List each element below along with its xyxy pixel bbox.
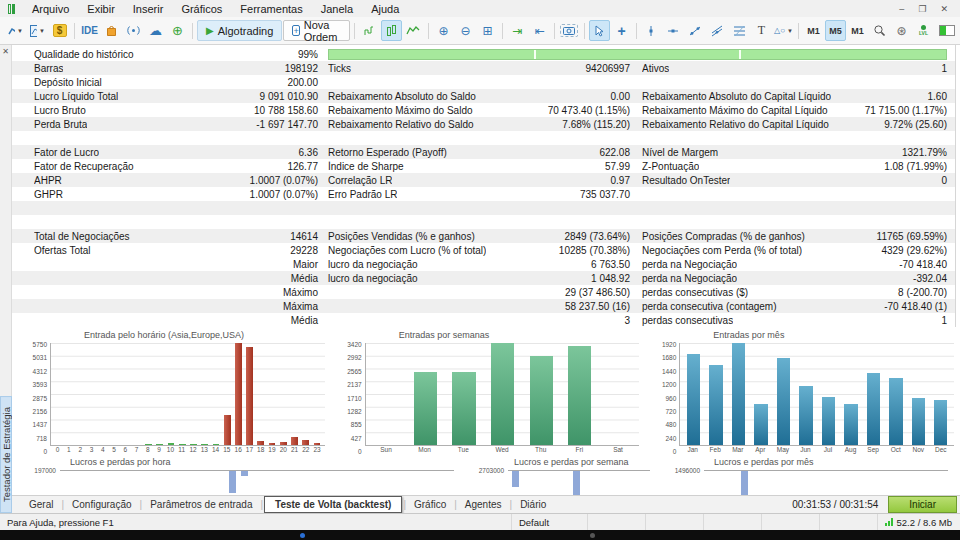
profit-bar: [241, 471, 248, 476]
tick-chart-icon[interactable]: [359, 20, 380, 41]
bar-14: [213, 444, 220, 445]
zoom-out-icon[interactable]: ⊖: [455, 20, 476, 41]
menu-bar: ArquivoExibirInserirGráficosFerramentasJ…: [0, 0, 960, 17]
status-profile[interactable]: Default: [512, 514, 588, 530]
table-row: Qualidade do histórico99%: [12, 47, 955, 61]
menu-gr-ficos[interactable]: Gráficos: [172, 3, 231, 15]
menu-inserir[interactable]: Inserir: [124, 3, 173, 15]
chart-window-icon[interactable]: ▼: [27, 20, 48, 41]
profit-bar: [573, 471, 580, 495]
shapes-tool-icon[interactable]: △○▼: [773, 20, 794, 41]
minimize-button[interactable]: –: [899, 4, 904, 14]
line-chart-icon[interactable]: [403, 20, 424, 41]
menu-janela[interactable]: Janela: [312, 3, 362, 15]
algotrading-button[interactable]: ▶Algotrading: [197, 20, 282, 41]
y-tick-label: 2703000: [466, 467, 508, 492]
table-row: Perda Bruta-1 697 147.70Rebaixamento Rel…: [12, 117, 955, 131]
web-add-icon[interactable]: ⊕: [167, 20, 188, 41]
shift-end-icon[interactable]: ⇥: [507, 20, 528, 41]
restore-button[interactable]: ❐: [918, 4, 926, 14]
close-button[interactable]: ✕: [940, 4, 948, 14]
tab-gr-fico[interactable]: Gráfico: [407, 498, 453, 511]
bar-13: [201, 444, 208, 445]
status-empty-cell: [762, 514, 820, 530]
bar-21: [291, 437, 298, 446]
tab-agentes[interactable]: Agentes: [458, 498, 509, 511]
timeframe-m1b-button[interactable]: M1: [847, 20, 868, 41]
mt5-window: ArquivoExibirInserirGráficosFerramentasJ…: [0, 0, 960, 540]
trendline-tool-icon[interactable]: [685, 20, 706, 41]
taskbar-sliver: [0, 530, 960, 540]
tile-windows-icon[interactable]: ⊞: [477, 20, 498, 41]
text-tool-icon[interactable]: T: [751, 20, 772, 41]
backtest-time: 00:31:53 / 00:31:54: [792, 499, 878, 510]
cursor-icon[interactable]: [589, 20, 610, 41]
panel-close-icon[interactable]: ✕: [2, 47, 9, 56]
history-quality-bar: [328, 49, 947, 60]
status-empty-cell: [646, 514, 704, 530]
bar-dec: [934, 400, 947, 445]
profit-charts-row: Lucros e perdas por hora 197000 Lucros e…: [12, 457, 960, 495]
shift-back-icon[interactable]: ⇤: [529, 20, 550, 41]
new-order-button[interactable]: +Nova Ordem: [283, 20, 350, 41]
tester-tab-bar: Geral|Configuração|Parâmetros de entrada…: [12, 495, 960, 513]
chart-profit-by-weekday: Lucros e perdas por semana 2703000: [466, 457, 662, 495]
table-row: Máxima58 237.50 (16)perda consecutiva (c…: [12, 299, 955, 313]
cloud-icon[interactable]: ☁: [145, 20, 166, 41]
menu-exibir[interactable]: Exibir: [78, 3, 124, 15]
profit-bar: [741, 471, 748, 495]
plus-icon: +: [292, 25, 299, 36]
screenshot-icon[interactable]: [559, 20, 580, 41]
tab-geral[interactable]: Geral: [22, 498, 60, 511]
chart-line-style-icon[interactable]: ▼: [5, 20, 26, 41]
timeframe-m1-button[interactable]: M1: [803, 20, 824, 41]
table-row: Média3perdas consecutivas1: [12, 313, 955, 327]
start-button[interactable]: Iniciar: [888, 496, 957, 513]
menu-arquivo[interactable]: Arquivo: [23, 3, 78, 15]
market-icon[interactable]: [101, 20, 122, 41]
tab-par-metros-de-entrada[interactable]: Parâmetros de entrada: [143, 498, 259, 511]
signals-icon[interactable]: [123, 20, 144, 41]
bar-20: [280, 442, 287, 445]
level-icon[interactable]: LVL: [913, 20, 934, 41]
vertical-line-tool-icon[interactable]: [641, 20, 662, 41]
table-row: [12, 215, 955, 229]
status-help-text: Para Ajuda, pressione F1: [0, 514, 512, 530]
table-row: AHPR1.0007 (0.07%)Correlação LR0.97Resul…: [12, 173, 955, 187]
bar-jan: [687, 354, 700, 445]
metaeditor-ide-button[interactable]: IDE: [79, 20, 100, 41]
tester-panel-title[interactable]: Testador de Estratégia: [0, 396, 12, 513]
bar-chart-icon[interactable]: [381, 20, 402, 41]
table-row: Médialucro da negociação1 048.92perda na…: [12, 271, 955, 285]
menu-items: ArquivoExibirInserirGráficosFerramentasJ…: [23, 3, 408, 15]
timeframe-m5-button[interactable]: M5: [825, 20, 846, 41]
bar-17: [246, 347, 253, 445]
bar-wed: [491, 343, 514, 445]
symbols-icon[interactable]: $: [49, 20, 70, 41]
bar-tue: [452, 372, 475, 445]
status-empty-cell: [588, 514, 646, 530]
y-tick-label: 197000: [18, 467, 60, 492]
menu-ferramentas[interactable]: Ferramentas: [231, 3, 311, 15]
community-icon[interactable]: ⊛: [891, 20, 912, 41]
menu-ajuda[interactable]: Ajuda: [362, 3, 408, 15]
profit-bar: [512, 471, 519, 487]
tab-di-rio[interactable]: Diário: [513, 498, 553, 511]
crosshair-icon[interactable]: +: [611, 20, 632, 41]
tab-configura-o[interactable]: Configuração: [65, 498, 138, 511]
bar-jul: [822, 397, 835, 445]
connection-icon: [885, 518, 893, 526]
search-icon[interactable]: [869, 20, 890, 41]
table-row: Ofertas Total29228Negociações com Lucro …: [12, 243, 955, 257]
zoom-in-icon[interactable]: ⊕: [433, 20, 454, 41]
chart-entries-by-weekday: Entradas por semanas 3420299225652137171…: [333, 330, 640, 457]
bar-11: [179, 444, 186, 445]
status-bar: Para Ajuda, pressione F1 Default 52.2 / …: [0, 513, 960, 530]
fibonacci-tool-icon[interactable]: [729, 20, 750, 41]
tab-teste-de-volta-backtest[interactable]: Teste de Volta (backtest): [264, 496, 402, 513]
y-tick-label: 1496000: [662, 467, 704, 492]
horizontal-line-tool-icon[interactable]: [663, 20, 684, 41]
bar-mon: [414, 372, 437, 445]
bar-18: [257, 441, 264, 445]
channel-tool-icon[interactable]: [707, 20, 728, 41]
